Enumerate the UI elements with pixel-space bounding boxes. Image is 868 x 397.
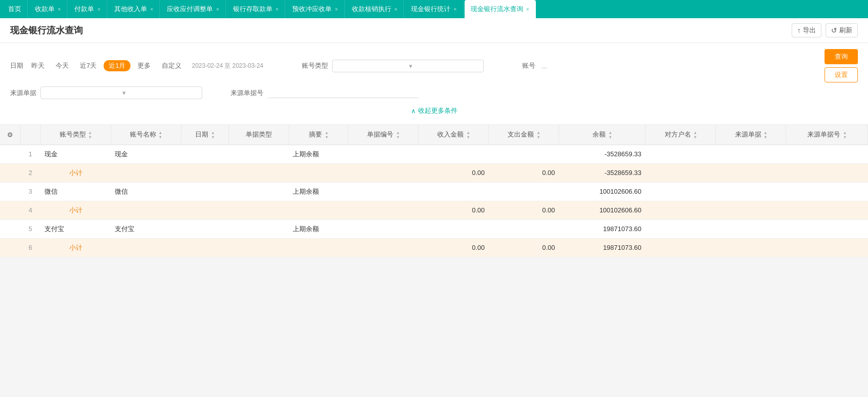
table-body: 1现金现金上期余额-3528659.332小计0.000.00-3528659.… xyxy=(0,145,868,257)
column-income[interactable]: 收入金额 ▴▾ xyxy=(419,125,489,145)
column-doc-type[interactable]: 单据类型 xyxy=(229,125,289,145)
account-type-select[interactable]: ▾ xyxy=(332,60,484,72)
chevron-down-icon: ▾ xyxy=(409,62,479,70)
collapse-bar[interactable]: ∧ 收起更多条件 xyxy=(10,103,858,118)
row-cell xyxy=(786,238,868,257)
row-cell xyxy=(348,163,419,182)
tab-label: 现金银行统计 xyxy=(411,5,450,14)
row-cell: 现金 xyxy=(111,145,181,163)
date-options: 昨天 今天 近7天 近1月 更多 自定义 xyxy=(27,60,186,71)
tab-label: 预收冲应收单 xyxy=(292,5,332,14)
tab-close-icon[interactable]: × xyxy=(150,6,153,12)
row-gear xyxy=(0,201,20,219)
header-actions: ↑ 导出 ↺ 刷新 xyxy=(792,23,858,37)
row-cell xyxy=(181,182,229,201)
nav-tab-cash-bank-flow[interactable]: 现金银行流水查询 × xyxy=(465,0,536,18)
nav-tab-ar-ap-adjust[interactable]: 应收应付调整单 × xyxy=(161,0,225,18)
row-cell: 100102606.60 xyxy=(559,182,646,201)
date-opt-more[interactable]: 更多 xyxy=(133,60,155,71)
row-cell: -3528659.33 xyxy=(559,163,646,182)
tab-label: 付款单 xyxy=(74,5,94,14)
row-gear xyxy=(0,182,20,201)
action-buttons: 查询 设置 xyxy=(825,49,858,82)
row-cell: 微信 xyxy=(111,182,181,201)
tab-label: 银行存取款单 xyxy=(233,5,272,14)
source-doc-no-input[interactable] xyxy=(267,89,419,97)
table-row: 2小计0.000.00-3528659.33 xyxy=(0,163,868,182)
column-source-doc[interactable]: 来源单据 ▴▾ xyxy=(716,125,786,145)
row-cell: 支付宝 xyxy=(40,219,111,238)
setting-button[interactable]: 设置 xyxy=(825,67,858,82)
nav-tab-home[interactable]: 首页 xyxy=(2,0,28,18)
tab-close-icon[interactable]: × xyxy=(216,6,219,12)
row-cell xyxy=(348,182,419,201)
export-label: 导出 xyxy=(803,26,816,35)
sort-icon: ▴▾ xyxy=(326,130,328,140)
nav-tab-payment[interactable]: 付款单 × xyxy=(68,0,107,18)
row-cell: 上期余额 xyxy=(289,145,348,163)
row-cell xyxy=(289,163,348,182)
sort-icon: ▴▾ xyxy=(609,130,612,140)
row-cell xyxy=(181,219,229,238)
row-cell xyxy=(786,201,868,219)
date-opt-yesterday[interactable]: 昨天 xyxy=(27,60,49,71)
nav-tab-receipt-verify[interactable]: 收款核销执行 × xyxy=(346,0,404,18)
column-summary[interactable]: 摘要 ▴▾ xyxy=(289,125,348,145)
row-cell xyxy=(229,219,289,238)
gear-icon: ⚙ xyxy=(7,131,13,139)
query-button[interactable]: 查询 xyxy=(825,49,858,64)
row-cell: 100102606.60 xyxy=(559,201,646,219)
column-date[interactable]: 日期 ▴▾ xyxy=(181,125,229,145)
tab-close-icon[interactable]: × xyxy=(453,6,456,12)
date-opt-7days[interactable]: 近7天 xyxy=(76,60,101,71)
row-cell xyxy=(181,145,229,163)
row-gear xyxy=(0,219,20,238)
row-cell xyxy=(289,238,348,257)
column-balance[interactable]: 余额 ▴▾ xyxy=(559,125,646,145)
account-type-label: 账号类型 xyxy=(302,61,328,70)
row-num: 4 xyxy=(20,201,40,219)
source-doc-no-filter-group: 来源单据号 xyxy=(231,88,419,98)
nav-tab-receipt[interactable]: 收款单 × xyxy=(29,0,67,18)
export-button[interactable]: ↑ 导出 xyxy=(792,23,821,37)
column-settings[interactable]: ⚙ xyxy=(0,125,20,145)
row-cell xyxy=(181,201,229,219)
tab-label: 现金银行流水查询 xyxy=(471,5,523,14)
source-doc-select[interactable]: ▾ xyxy=(40,86,202,99)
refresh-button[interactable]: ↺ 刷新 xyxy=(826,23,858,37)
account-type-filter-group: 账号类型 ▾ xyxy=(302,60,484,72)
row-cell xyxy=(646,163,716,182)
date-opt-custom[interactable]: 自定义 xyxy=(158,60,186,71)
source-doc-no-label: 来源单据号 xyxy=(231,89,263,98)
row-cell xyxy=(181,163,229,182)
column-counterpart[interactable]: 对方户名 ▴▾ xyxy=(646,125,716,145)
tab-close-icon[interactable]: × xyxy=(276,6,279,12)
row-num: 5 xyxy=(20,219,40,238)
account-dots[interactable]: ... xyxy=(541,62,547,70)
row-num: 2 xyxy=(20,163,40,182)
column-account-name[interactable]: 账号名称 ▴▾ xyxy=(111,125,181,145)
column-expense[interactable]: 支出金额 ▴▾ xyxy=(489,125,559,145)
row-cell: 上期余额 xyxy=(289,182,348,201)
row-cell: 小计 xyxy=(40,163,111,182)
sort-icon: ▴▾ xyxy=(694,130,697,140)
tab-close-icon[interactable]: × xyxy=(335,6,338,12)
column-doc-no[interactable]: 单据编号 ▴▾ xyxy=(348,125,419,145)
tab-close-icon[interactable]: × xyxy=(58,6,61,12)
nav-tab-other-income[interactable]: 其他收入单 × xyxy=(108,0,160,18)
column-source-doc-no[interactable]: 来源单据号 ▴▾ xyxy=(786,125,868,145)
top-navigation: 首页 收款单 × 付款单 × 其他收入单 × 应收应付调整单 × 银行存取款单 … xyxy=(0,0,868,18)
row-num: 1 xyxy=(20,145,40,163)
filter-area: 日期 昨天 今天 近7天 近1月 更多 自定义 2023-02-24 至 202… xyxy=(0,43,868,125)
nav-tab-prepay-offset[interactable]: 预收冲应收单 × xyxy=(286,0,344,18)
table-header: ⚙ 账号类型 ▴▾ 账号名称 ▴▾ 日期 ▴▾ 单据类型 xyxy=(0,125,868,145)
date-opt-today[interactable]: 今天 xyxy=(52,60,73,71)
tab-close-icon[interactable]: × xyxy=(97,6,100,12)
nav-tab-bank-deposit[interactable]: 银行存取款单 × xyxy=(227,0,285,18)
nav-tab-cash-bank-stats[interactable]: 现金银行统计 × xyxy=(405,0,463,18)
sort-icon: ▴▾ xyxy=(537,130,540,140)
tab-close-icon[interactable]: × xyxy=(526,6,529,12)
column-account-type[interactable]: 账号类型 ▴▾ xyxy=(40,125,111,145)
date-opt-1month[interactable]: 近1月 xyxy=(104,60,130,71)
tab-close-icon[interactable]: × xyxy=(394,6,397,12)
